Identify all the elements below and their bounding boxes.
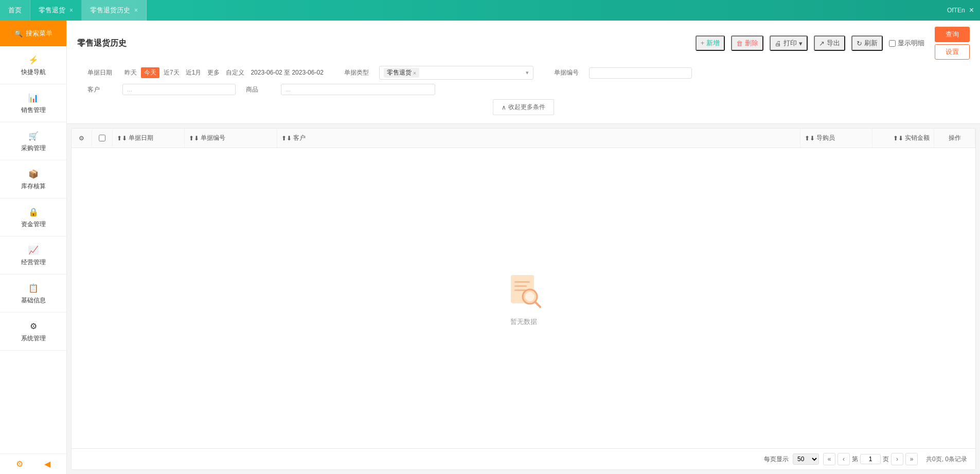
svg-rect-2	[514, 285, 527, 287]
operations-icon: 📈	[27, 244, 40, 256]
date-opt-7days[interactable]: 近7天	[162, 67, 182, 78]
filter-area: 单据日期 昨天 今天 近7天 近1月 更多 自定义 2023-06-02 至 2…	[77, 66, 970, 123]
sidebar-item-inventory[interactable]: 📦 库存核算	[0, 160, 66, 198]
customer-label: 客户	[87, 85, 118, 94]
date-opt-more[interactable]: 更多	[205, 67, 222, 78]
per-page-select[interactable]: 10 20 50 100	[793, 453, 819, 465]
table-header: ⚙ ⬆⬇ 单据日期 ⬆⬇ 单据编号 ⬆⬇ 客户 ⬆⬇	[72, 129, 975, 148]
inventory-icon: 📦	[27, 168, 40, 180]
top-bar-right: OfTEn ×	[947, 0, 980, 21]
collapse-icon: ∧	[502, 104, 506, 111]
page-first-btn[interactable]: «	[823, 453, 835, 465]
sidebar-bottom: ⚙ ◀	[0, 453, 66, 474]
purchase-icon: 🛒	[27, 130, 40, 142]
tab-retail-return-history[interactable]: 零售退货历史 ×	[82, 0, 147, 21]
th-date-label: ⬆⬇	[117, 135, 127, 142]
th-amount-text: 实销金额	[905, 134, 930, 142]
retail-return-tab-label: 零售退货	[39, 6, 65, 15]
print-dropdown-icon: ▾	[799, 40, 803, 47]
show-detail-check[interactable]: 显示明细	[889, 39, 924, 48]
page-input[interactable]	[860, 454, 881, 464]
th-guide[interactable]: ⬆⬇ 导购员	[800, 129, 872, 148]
goods-input[interactable]: ...	[281, 84, 435, 95]
select-all-checkbox[interactable]	[99, 135, 105, 141]
sidebar-search[interactable]: 🔍 搜索菜单	[0, 21, 66, 46]
bill-type-tag-close[interactable]: ×	[413, 70, 416, 76]
page-header: 零售退货历史 + 新增 🗑 删除 🖨 打印 ▾ ↗ 导出	[67, 21, 980, 124]
show-detail-checkbox[interactable]	[889, 40, 896, 47]
sidebar-item-label-quick-nav: 快捷导航	[21, 68, 46, 77]
date-opt-1month[interactable]: 近1月	[184, 67, 204, 78]
retail-return-tab-close[interactable]: ×	[69, 7, 73, 14]
sidebar-item-label-inventory: 库存核算	[21, 182, 46, 191]
query-button[interactable]: 查询	[935, 27, 970, 42]
bill-number-input[interactable]	[589, 67, 692, 79]
pagination: 每页显示 10 20 50 100 « ‹ 第 页 › » 共0页, 0条记录	[72, 448, 975, 469]
settings-button[interactable]: 设置	[935, 44, 970, 60]
quick-nav-icon: ⚡	[27, 53, 40, 66]
th-action-text: 操作	[949, 134, 961, 142]
page-title: 零售退货历史	[77, 38, 127, 49]
export-label: 导出	[827, 39, 840, 48]
svg-rect-1	[514, 281, 530, 283]
search-icon: 🔍	[14, 30, 23, 38]
sidebar-item-purchase[interactable]: 🛒 采购管理	[0, 122, 66, 160]
sidebar-item-sales[interactable]: 📊 销售管理	[0, 84, 66, 122]
settings-bottom-icon[interactable]: ⚙	[16, 459, 23, 469]
delete-icon: 🗑	[736, 40, 743, 47]
th-customer[interactable]: ⬆⬇ 客户	[277, 129, 800, 148]
bill-type-select[interactable]: 零售退货 × ▾	[379, 66, 533, 80]
th-settings[interactable]: ⚙	[72, 130, 92, 147]
tab-retail-return[interactable]: 零售退货 ×	[30, 0, 82, 21]
tab-home[interactable]: 首页	[0, 0, 30, 21]
window-close-icon[interactable]: ×	[969, 6, 974, 15]
date-range-display: 2023-06-02 至 2023-06-02	[251, 68, 323, 77]
th-billno-text: 单据编号	[201, 134, 225, 142]
bill-type-tag: 零售退货 ×	[384, 68, 419, 78]
sidebar-item-operations[interactable]: 📈 经营管理	[0, 236, 66, 275]
content-area: 零售退货历史 + 新增 🗑 删除 🖨 打印 ▾ ↗ 导出	[67, 21, 980, 474]
retail-return-history-tab-close[interactable]: ×	[134, 7, 138, 14]
filter-row-1: 单据日期 昨天 今天 近7天 近1月 更多 自定义 2023-06-02 至 2…	[87, 66, 959, 80]
date-opt-yesterday[interactable]: 昨天	[122, 67, 139, 78]
page-label-pre: 第	[852, 455, 858, 464]
show-detail-label: 显示明细	[898, 39, 924, 48]
delete-button[interactable]: 🗑 删除	[731, 35, 763, 51]
new-button[interactable]: + 新增	[696, 35, 725, 51]
collapse-filter-btn[interactable]: ∧ 收起更多条件	[493, 99, 554, 115]
page-label-post: 页	[883, 455, 889, 464]
date-opt-custom[interactable]: 自定义	[224, 67, 246, 78]
collapse-sidebar-icon[interactable]: ◀	[44, 459, 50, 469]
sidebar-item-system[interactable]: ⚙ 系统管理	[0, 313, 66, 351]
sidebar-item-label-system: 系统管理	[21, 334, 46, 343]
th-billno[interactable]: ⬆⬇ 单据编号	[185, 129, 277, 148]
delete-label: 删除	[745, 39, 758, 48]
sidebar-item-finance[interactable]: 🔒 资金管理	[0, 198, 66, 236]
sidebar-item-basic-info[interactable]: 📋 基础信息	[0, 275, 66, 313]
refresh-button[interactable]: ↻ 刷新	[851, 35, 883, 51]
export-button[interactable]: ↗ 导出	[814, 35, 845, 51]
date-opt-today[interactable]: 今天	[141, 67, 159, 78]
page-nav: « ‹ 第 页 › »	[823, 453, 918, 465]
page-prev-btn[interactable]: ‹	[838, 453, 850, 465]
print-button[interactable]: 🖨 打印 ▾	[770, 35, 808, 51]
sidebar-item-quick-nav[interactable]: ⚡ 快捷导航	[0, 46, 66, 84]
per-page-label: 每页显示	[764, 455, 789, 464]
th-customer-label: ⬆⬇	[281, 135, 292, 142]
date-options: 昨天 今天 近7天 近1月 更多 自定义	[122, 67, 246, 78]
empty-illustration-wrap	[503, 270, 544, 311]
th-checkbox[interactable]	[92, 130, 113, 147]
th-date[interactable]: ⬆⬇ 单据日期	[113, 129, 185, 148]
page-next-btn[interactable]: ›	[891, 453, 903, 465]
th-customer-text: 客户	[293, 134, 306, 142]
customer-input[interactable]: ...	[122, 84, 236, 95]
sidebar-search-label: 搜索菜单	[26, 29, 52, 38]
page-last-btn[interactable]: »	[905, 453, 918, 465]
th-guide-label: ⬆⬇	[805, 135, 815, 142]
th-amount-label: ⬆⬇	[893, 135, 903, 142]
svg-point-5	[525, 292, 534, 301]
retail-return-history-tab-label: 零售退货历史	[90, 6, 130, 15]
sidebar-item-label-finance: 资金管理	[21, 220, 46, 229]
goods-placeholder: ...	[286, 86, 431, 93]
th-amount[interactable]: ⬆⬇ 实销金额	[872, 129, 934, 148]
